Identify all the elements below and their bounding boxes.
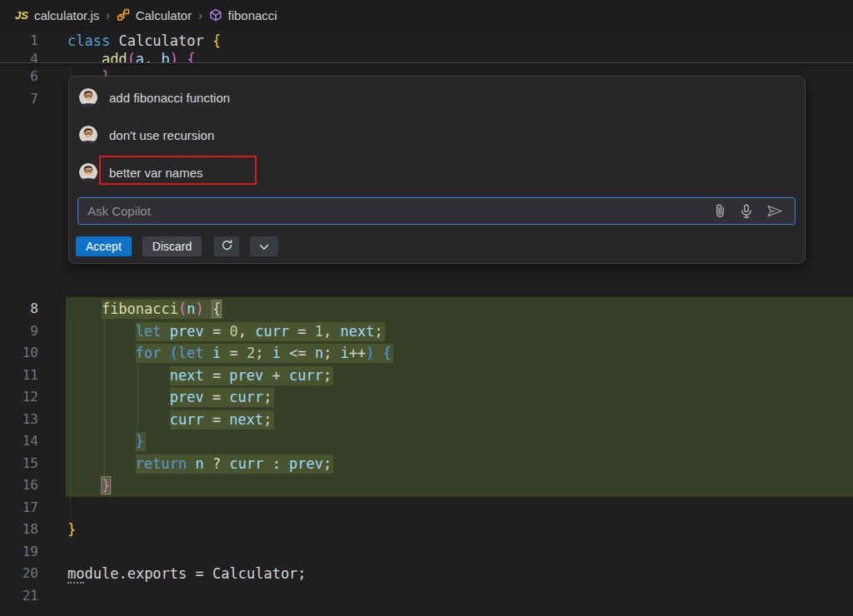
inserted-text-highlight: let prev = 0, curr = 1, next; xyxy=(136,322,385,341)
code-token: 2 xyxy=(247,345,255,361)
inserted-text-highlight: prev = curr; xyxy=(170,388,274,407)
inserted-text-highlight: return n ? curr : prev; xyxy=(136,455,334,474)
code-token: next xyxy=(170,367,204,384)
class-symbol-icon xyxy=(117,8,130,22)
code-token: , xyxy=(144,51,161,62)
breadcrumb-class[interactable]: Calculator xyxy=(136,8,192,22)
code-token: n xyxy=(315,345,323,361)
chat-message-text: add fibonacci function xyxy=(109,91,230,105)
code-token xyxy=(187,455,195,472)
discard-button[interactable]: Discard xyxy=(142,236,202,256)
code-token: next xyxy=(341,323,375,340)
code-token: ) xyxy=(366,345,374,361)
code-token: } xyxy=(136,433,144,450)
chevron-down-icon xyxy=(259,240,269,253)
code-token: ) xyxy=(170,51,178,62)
chat-history-item[interactable]: add fibonacci function xyxy=(69,85,805,110)
code-token: curr xyxy=(255,323,289,340)
copilot-input[interactable]: Ask Copilot xyxy=(77,197,796,225)
rerun-button[interactable] xyxy=(214,236,239,256)
input-placeholder: Ask Copilot xyxy=(78,204,714,218)
code-token: } xyxy=(102,477,110,494)
chat-message-text: don't use recursion xyxy=(109,128,214,142)
code-token: , xyxy=(238,323,255,340)
sticky-line[interactable]: 4add(a, b) { xyxy=(0,50,853,62)
accept-button[interactable]: Accept xyxy=(76,236,132,256)
code-token: n xyxy=(187,301,195,317)
inserted-text-highlight: fibonacci(n) { xyxy=(102,300,222,319)
line-number: 19 xyxy=(0,541,38,564)
sticky-line[interactable]: 1class Calculator { xyxy=(0,32,853,50)
breadcrumb-file[interactable]: calculator.js xyxy=(34,8,99,22)
paperclip-icon[interactable] xyxy=(714,204,726,218)
code-token: + xyxy=(263,367,289,384)
code-token: = xyxy=(204,323,230,340)
code-token: ( xyxy=(170,345,178,361)
code-token xyxy=(162,345,170,361)
code-token: ++ xyxy=(349,345,366,361)
code-token: add xyxy=(102,51,127,62)
code-token: ; xyxy=(323,345,340,361)
code-line[interactable]: 19 xyxy=(0,541,853,564)
code-line[interactable]: 21 xyxy=(0,585,853,608)
code-token: prev xyxy=(170,389,204,405)
code-token: = xyxy=(289,323,315,340)
code-token: b xyxy=(162,51,170,62)
code-token: { xyxy=(383,345,392,361)
user-avatar xyxy=(79,163,97,181)
code-line[interactable]: 12prev = curr; xyxy=(0,386,853,409)
refresh-icon xyxy=(221,239,233,254)
line-number: 10 xyxy=(0,342,38,365)
code-line[interactable]: 20module.exports = Calculator; xyxy=(0,563,853,585)
code-line[interactable]: 11next = prev + curr; xyxy=(0,365,853,387)
code-token: prev xyxy=(170,323,204,340)
inserted-text-highlight: next = prev + curr; xyxy=(170,366,334,385)
chat-history-item[interactable]: don't use recursion xyxy=(69,122,805,147)
code-line[interactable]: 18} xyxy=(0,519,853,541)
user-avatar xyxy=(79,88,97,107)
code-token: let xyxy=(178,345,204,361)
line-number: 4 xyxy=(0,50,38,62)
line-number: 20 xyxy=(0,563,38,585)
breadcrumb-method[interactable]: fibonacci xyxy=(228,8,277,22)
code-token: ; xyxy=(263,411,272,428)
code-line[interactable]: 17 xyxy=(0,497,853,519)
annotation-box xyxy=(99,156,257,185)
method-symbol-icon xyxy=(209,8,222,22)
code-token: mo xyxy=(67,565,84,584)
user-avatar xyxy=(79,126,97,144)
line-number: 7 xyxy=(0,88,38,111)
code-line[interactable]: 9let prev = 0, curr = 1, next; xyxy=(0,320,853,343)
code-token: curr xyxy=(170,411,204,428)
code-token: ) xyxy=(196,301,204,317)
code-token: ( xyxy=(127,51,136,62)
microphone-icon[interactable] xyxy=(741,204,752,219)
breadcrumb: JS calculator.js › Calculator › fibonacc… xyxy=(0,0,853,30)
code-line[interactable]: 10for (let i = 2; i <= n; i++) { xyxy=(0,342,853,365)
dropdown-button[interactable] xyxy=(250,236,278,256)
line-number: 11 xyxy=(0,365,38,387)
code-token: 0 xyxy=(229,323,237,340)
code-token: i xyxy=(272,345,281,361)
chevron-right-icon: › xyxy=(197,7,202,23)
code-line[interactable]: 13curr = next; xyxy=(0,409,853,431)
code-token: dule.exports = Calculator; xyxy=(84,565,306,582)
send-icon[interactable] xyxy=(766,204,783,218)
code-token xyxy=(375,345,383,361)
code-token: ; xyxy=(263,389,272,405)
code-token: return xyxy=(136,455,187,472)
line-number: 6 xyxy=(0,66,38,88)
code-line[interactable]: 8fibonacci(n) { xyxy=(0,298,853,320)
inserted-text-highlight: for (let i = 2; i <= n; i++) { xyxy=(136,344,393,363)
code-line[interactable]: 15return n ? curr : prev; xyxy=(0,453,853,475)
line-number: 1 xyxy=(0,32,38,50)
sticky-scroll[interactable]: 1class Calculator {4add(a, b) { xyxy=(0,30,853,63)
code-token: ; xyxy=(323,455,332,472)
code-token: fibonacci xyxy=(102,301,178,317)
code-token: i xyxy=(341,345,349,361)
code-line[interactable]: 16} xyxy=(0,474,853,497)
code-token: class xyxy=(67,32,110,49)
code-token xyxy=(178,51,187,62)
js-file-icon: JS xyxy=(15,9,28,22)
code-line[interactable]: 14} xyxy=(0,430,853,453)
